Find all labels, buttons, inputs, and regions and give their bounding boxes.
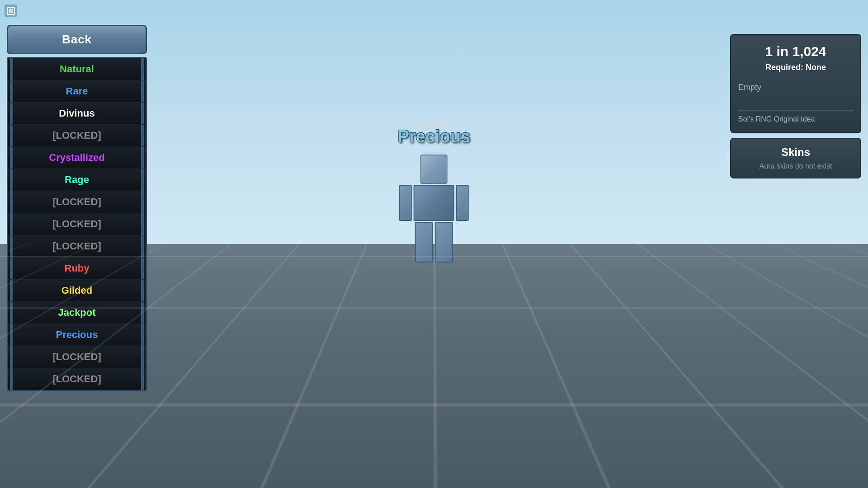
bracket-left <box>10 58 13 80</box>
list-item-locked5[interactable]: [LOCKED] <box>8 346 146 368</box>
bracket-right <box>141 147 144 169</box>
bracket-left <box>10 235 13 257</box>
list-item-label: Ruby <box>65 263 90 274</box>
info-odds: 1 in 1,024 <box>738 44 853 59</box>
info-divider2 <box>738 110 853 111</box>
list-item-label: Rage <box>65 174 89 185</box>
list-item-rage[interactable]: Rage <box>8 169 146 191</box>
char-arm-left <box>399 185 412 221</box>
list-item-label: Rare <box>66 85 88 97</box>
left-panel: Back NaturalRareDivinus[LOCKED]Crystalli… <box>7 25 147 391</box>
right-panel: 1 in 1,024 Required: None Empty Sol's RN… <box>730 34 861 178</box>
watermark-icon <box>5 5 17 17</box>
char-arm-right <box>456 185 469 221</box>
bracket-left <box>10 147 13 169</box>
list-item-locked2[interactable]: [LOCKED] <box>8 191 146 213</box>
list-item-crystallized[interactable]: Crystallized <box>8 147 146 169</box>
bracket-left <box>10 125 13 146</box>
list-item-natural[interactable]: Natural <box>8 58 146 80</box>
list-item-divinus[interactable]: Divinus <box>8 103 146 125</box>
list-item-label: [LOCKED] <box>52 351 101 362</box>
bracket-left <box>10 302 13 324</box>
info-empty: Empty <box>738 83 853 92</box>
bracket-left <box>10 103 13 124</box>
svg-rect-1 <box>9 9 13 13</box>
bracket-left <box>10 324 13 346</box>
skins-subtitle: Aura skins do not exist <box>738 162 853 170</box>
bracket-left <box>10 213 13 235</box>
info-original: Sol's RNG Original Idea <box>738 115 853 123</box>
list-item-locked6[interactable]: [LOCKED] <box>8 368 146 390</box>
list-item-label: Gilded <box>61 285 92 296</box>
list-item-label: Divinus <box>59 108 94 119</box>
bracket-right <box>141 58 144 80</box>
bracket-right <box>141 368 144 390</box>
bracket-left <box>10 80 13 102</box>
character-name: Precious <box>398 127 471 146</box>
back-button[interactable]: Back <box>7 25 147 54</box>
bracket-left <box>10 346 13 368</box>
skins-title: Skins <box>738 146 853 159</box>
list-item-label: [LOCKED] <box>52 130 101 141</box>
char-head <box>420 155 448 184</box>
skins-card: Skins Aura skins do not exist <box>730 138 861 178</box>
list-item-precious[interactable]: Precious <box>8 324 146 346</box>
bracket-right <box>141 125 144 146</box>
list-item-label: Jackpot <box>58 307 95 318</box>
list-item-label: [LOCKED] <box>52 218 101 230</box>
bracket-right <box>141 169 144 191</box>
char-leg-left <box>415 222 433 263</box>
character-odds: 1 in 1,024 <box>398 117 471 127</box>
list-item-label: [LOCKED] <box>52 196 101 207</box>
info-card: 1 in 1,024 Required: None Empty Sol's RN… <box>730 34 861 133</box>
list-item-label: Crystallized <box>49 152 105 163</box>
bracket-left <box>10 169 13 191</box>
bracket-left <box>10 280 13 301</box>
list-item-locked1[interactable]: [LOCKED] <box>8 125 146 147</box>
bracket-right <box>141 258 144 279</box>
items-list: NaturalRareDivinus[LOCKED]CrystallizedRa… <box>7 57 147 391</box>
list-item-rare[interactable]: Rare <box>8 80 146 103</box>
list-item-label: [LOCKED] <box>52 373 101 385</box>
bracket-left <box>10 368 13 390</box>
list-item-label: [LOCKED] <box>52 240 101 252</box>
bracket-right <box>141 191 144 213</box>
list-item-locked4[interactable]: [LOCKED] <box>8 235 146 258</box>
bracket-left <box>10 258 13 279</box>
bracket-right <box>141 302 144 324</box>
list-item-gilded[interactable]: Gilded <box>8 280 146 302</box>
list-item-locked3[interactable]: [LOCKED] <box>8 213 146 235</box>
bracket-right <box>141 346 144 368</box>
bracket-right <box>141 80 144 102</box>
bracket-right <box>141 324 144 346</box>
bracket-right <box>141 213 144 235</box>
bracket-right <box>141 103 144 124</box>
character-container: 1 in 1,024 Precious <box>398 117 471 263</box>
list-item-ruby[interactable]: Ruby <box>8 258 146 280</box>
character-model <box>414 155 454 263</box>
bracket-left <box>10 191 13 213</box>
bracket-right <box>141 280 144 301</box>
char-torso <box>414 185 454 221</box>
char-leg-right <box>435 222 453 263</box>
list-item-jackpot[interactable]: Jackpot <box>8 302 146 324</box>
info-required: Required: None <box>738 63 853 72</box>
list-item-label: Natural <box>60 63 94 75</box>
char-legs <box>415 222 453 263</box>
list-item-label: Precious <box>56 329 98 340</box>
bracket-right <box>141 235 144 257</box>
info-divider <box>738 78 853 78</box>
